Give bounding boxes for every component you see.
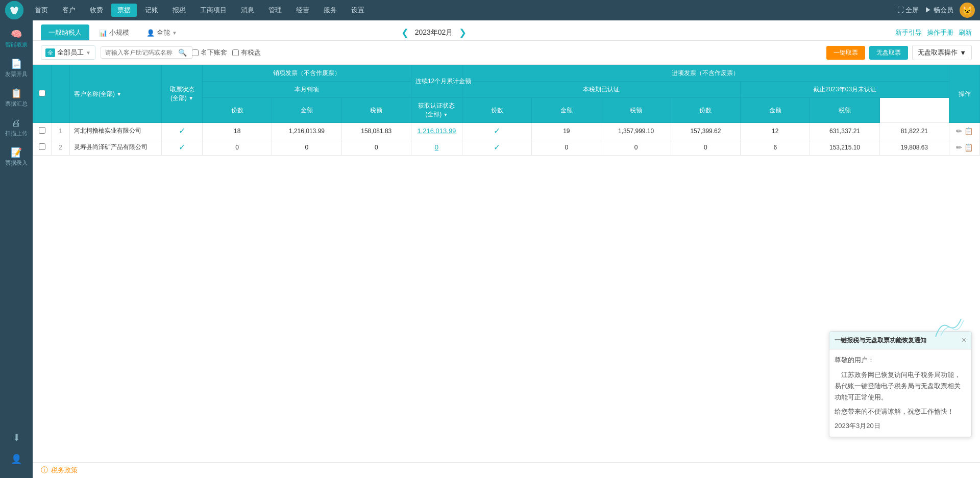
nav-fee[interactable]: 收费 <box>84 4 109 17</box>
th-cert-amount: 金额 <box>532 98 601 123</box>
filter-badge: 全 <box>45 48 55 57</box>
nav-home[interactable]: 首页 <box>29 4 54 17</box>
prev-period-btn[interactable]: ❮ <box>399 27 411 38</box>
nav-message[interactable]: 消息 <box>235 4 260 17</box>
invoice-table: 客户名称(全部) ▼ 取票状态(全部) ▼ 销项发票（不含作废票） 连续12个月… <box>33 65 980 156</box>
search-container: 🔍 <box>101 46 187 59</box>
top-navigation: 首页 客户 收费 票据 记账 报税 工商项目 消息 管理 经营 服务 设置 ⛶ … <box>0 0 980 20</box>
no-disk-ticket-btn[interactable]: 无盘取票 <box>869 46 908 60</box>
row1-status-icon: ✓ <box>179 127 185 135</box>
notification-date: 2023年3月20日 <box>835 420 966 432</box>
row2-cert-count: 0 <box>532 139 601 156</box>
th-customer-name[interactable]: 客户名称(全部) ▼ <box>70 65 162 123</box>
notification-content: 江苏政务网已恢复访问电子税务局功能，易代账一键登陆电子税务局与无盘取票相关功能可… <box>835 369 966 403</box>
nav-service[interactable]: 服务 <box>317 4 343 17</box>
tab-all[interactable]: 👤 全能 ▼ <box>139 24 185 40</box>
footer-text[interactable]: 税务政策 <box>51 466 78 475</box>
th-cert-status[interactable]: 获取认证状态(全部) ▼ <box>411 98 462 123</box>
member-btn[interactable]: ▶ 畅会员 <box>925 6 953 15</box>
my-accounts-checkbox-label[interactable]: 名下账套 <box>192 48 227 57</box>
sidebar-item-smart-ticket[interactable]: 🧠 智能取票 <box>2 26 31 51</box>
row1-edit-btn[interactable]: ✏ <box>956 127 962 135</box>
table-row: 2 灵寿县尚泽矿产品有限公司 ✓ 0 0 0 0 ✓ 0 0 0 6 153,2… <box>33 139 980 156</box>
user-avatar[interactable]: 🐱 <box>960 3 975 18</box>
employee-select[interactable]: 全 全部员工 ▼ <box>41 45 95 60</box>
row1-uncert-tax: 81,822.21 <box>879 123 949 139</box>
th-sales-invoice-group: 销项发票（不含作废票） <box>203 65 411 82</box>
manual-btn[interactable]: 操作手册 <box>927 28 953 37</box>
tab-small-scale[interactable]: 📊 小规模 <box>91 24 137 40</box>
guide-btn[interactable]: 新手引导 <box>895 28 922 37</box>
row1-operations: ✏ 📋 <box>949 123 980 139</box>
fullscreen-btn[interactable]: ⛶ 全屏 <box>897 6 919 15</box>
row2-checkbox-cell <box>33 139 52 156</box>
row1-cert-count: 19 <box>532 123 601 139</box>
nav-customer[interactable]: 客户 <box>56 4 82 17</box>
nav-tax[interactable]: 报税 <box>166 4 192 17</box>
sidebar-item-entry[interactable]: 📝 票据录入 <box>2 144 31 169</box>
one-key-ticket-btn[interactable]: 一键取票 <box>826 46 865 60</box>
toolbar-right-actions: 一键取票 无盘取票 无盘取票操作 ▼ <box>826 45 972 60</box>
no-disk-ops-btn[interactable]: 无盘取票操作 ▼ <box>912 45 972 60</box>
row1-ticket-status: ✓ <box>162 123 203 139</box>
th-cert-count: 份数 <box>462 98 531 123</box>
th-ticket-status[interactable]: 取票状态(全部) ▼ <box>162 65 203 123</box>
row1-view-btn[interactable]: 📋 <box>964 127 973 135</box>
row1-checkbox[interactable] <box>39 127 45 134</box>
th-uncert-count: 份数 <box>671 98 740 123</box>
sidebar-label-summary: 票据汇总 <box>5 100 28 107</box>
nav-bookkeeping[interactable]: 记账 <box>139 4 164 17</box>
row2-checkbox[interactable] <box>39 143 45 150</box>
row1-cert-amount: 1,357,999.10 <box>601 123 671 139</box>
sidebar: 🧠 智能取票 📄 发票开具 📋 票据汇总 🖨 扫描上传 📝 票据录入 ⬇ 👤 <box>0 20 33 478</box>
th-checkbox <box>33 65 52 123</box>
row2-cumulative-link[interactable]: 0 <box>435 143 438 151</box>
nav-settings[interactable]: 设置 <box>345 4 371 17</box>
row2-ticket-status: ✓ <box>162 139 203 156</box>
tax-disk-label: 有税盘 <box>241 48 261 57</box>
tax-disk-checkbox[interactable] <box>232 49 239 56</box>
my-accounts-checkbox[interactable] <box>192 49 199 56</box>
sidebar-item-scan[interactable]: 🖨 扫描上传 <box>2 115 31 140</box>
row1-uncert-count: 12 <box>741 123 810 139</box>
nav-business[interactable]: 工商项目 <box>194 4 233 17</box>
current-period: 2023年02月 <box>415 28 453 37</box>
footer-info-icon: ⓘ <box>41 466 48 475</box>
row1-cert-icon: ✓ <box>494 127 500 135</box>
tab-general-taxpayer[interactable]: 一般纳税人 <box>41 24 89 40</box>
th-uncert-amount: 金额 <box>741 98 810 123</box>
nav-manage[interactable]: 管理 <box>262 4 288 17</box>
sidebar-label-smart: 智能取票 <box>5 41 28 48</box>
notification-popup: 一键报税与无盘取票功能恢复通知 × 尊敬的用户： 江苏政务网已恢复访问电子税务局… <box>829 331 972 437</box>
notification-close-btn[interactable]: × <box>962 336 966 345</box>
th-month-sales: 本月销项 <box>203 82 411 98</box>
refresh-btn[interactable]: 刷新 <box>959 28 972 37</box>
select-all-checkbox[interactable] <box>39 90 45 96</box>
next-period-btn[interactable]: ❯ <box>457 27 469 38</box>
tax-disk-checkbox-label[interactable]: 有税盘 <box>232 48 261 57</box>
row2-view-btn[interactable]: 📋 <box>964 143 973 152</box>
row2-cert-amount: 0 <box>601 139 671 156</box>
row1-month-tax: 158,081.83 <box>341 123 411 139</box>
nav-ticket[interactable]: 票据 <box>111 4 137 17</box>
row1-cert-tax: 157,399.62 <box>671 123 740 139</box>
footer: ⓘ 税务政策 <box>33 462 980 478</box>
search-button[interactable]: 🔍 <box>178 48 187 57</box>
row2-month-tax: 0 <box>341 139 411 156</box>
nav-business2[interactable]: 经营 <box>290 4 315 17</box>
row2-name: 灵寿县尚泽矿产品有限公司 <box>70 139 162 156</box>
row2-cert-tax: 0 <box>671 139 740 156</box>
th-period-certified[interactable]: 本税期已认证 <box>462 82 740 98</box>
row2-edit-btn[interactable]: ✏ <box>956 143 962 152</box>
th-sales-tax: 税额 <box>341 98 411 123</box>
tab-bar-actions: 新手引导 操作手册 刷新 <box>895 28 972 37</box>
row1-cert-status: ✓ <box>462 123 531 139</box>
row1-cumulative-link[interactable]: 1,216,013.99 <box>417 127 456 135</box>
employee-filter: 全 全部员工 ▼ <box>41 45 95 60</box>
sidebar-item-profile[interactable]: 👤 <box>2 450 31 468</box>
row2-month-count: 0 <box>203 139 272 156</box>
sidebar-item-download[interactable]: ⬇ <box>2 429 31 446</box>
sidebar-item-summary[interactable]: 📋 票据汇总 <box>2 85 31 110</box>
sidebar-item-invoice[interactable]: 📄 发票开具 <box>2 55 31 81</box>
employee-filter-label: 全部员工 <box>57 48 84 57</box>
